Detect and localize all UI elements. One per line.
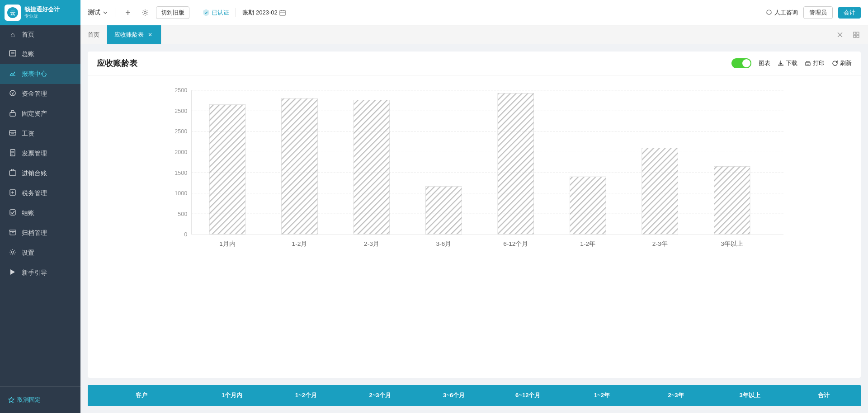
svg-rect-30 (280, 10, 285, 15)
topbar-divider-1 (115, 8, 115, 17)
chart-toggle[interactable] (731, 58, 751, 68)
svg-text:1-2年: 1-2年 (580, 240, 595, 247)
archive-icon (8, 229, 17, 238)
svg-text:1-2月: 1-2月 (292, 240, 307, 247)
sidebar-item-assets[interactable]: 固定资产 (0, 104, 80, 124)
tab-close-btn[interactable]: ✕ (146, 31, 154, 38)
page-title: 应收账龄表 (97, 58, 137, 69)
svg-text:1500: 1500 (175, 170, 187, 176)
table-header-3-plus-year: 3年以上 (713, 385, 787, 406)
company-selector[interactable]: 测试 (88, 9, 108, 17)
sidebar-item-label: 设置 (22, 249, 34, 257)
sidebar-item-label: 总账 (22, 50, 34, 58)
svg-text:2000: 2000 (175, 149, 187, 155)
bar-2-3-year (642, 148, 678, 234)
wages-icon (8, 129, 17, 138)
content-area: 应收账龄表 图表 下载 打印 刷新 (80, 44, 868, 413)
table-header-customer: 客户 (88, 385, 195, 406)
tab-home[interactable]: 首页 (80, 25, 107, 44)
period-label: 账期 (242, 9, 254, 17)
chart-container: 2500 2500 2500 2000 1500 1000 500 0 (88, 75, 861, 270)
consult-btn[interactable]: 人工咨询 (765, 9, 798, 17)
download-btn[interactable]: 下载 (778, 59, 797, 67)
download-icon (778, 60, 784, 66)
page-panel: 应收账龄表 图表 下载 打印 刷新 (88, 52, 861, 378)
sidebar-item-stock[interactable]: 进销台账 (0, 164, 80, 183)
app-logo-icon: 云 (5, 5, 21, 21)
sidebar-bottom: 取消固定 (0, 386, 80, 413)
svg-text:¥: ¥ (11, 91, 14, 96)
sidebar-item-wages[interactable]: 工资 (0, 124, 80, 144)
period-value: 2023-02 (256, 9, 278, 16)
refresh-btn[interactable]: 刷新 (832, 59, 852, 67)
page-header-actions: 图表 下载 打印 刷新 (731, 58, 852, 68)
svg-text:3-6月: 3-6月 (436, 240, 451, 247)
table-header-1month: 1个月内 (195, 385, 269, 406)
sidebar-item-tax[interactable]: 税务管理 (0, 183, 80, 203)
old-version-btn[interactable]: 切到旧版 (156, 6, 189, 19)
close-panel-btn[interactable] (834, 28, 846, 41)
sidebar-item-archive[interactable]: 归档管理 (0, 223, 80, 243)
svg-rect-39 (854, 35, 856, 38)
refresh-icon (832, 60, 838, 66)
svg-rect-22 (10, 231, 15, 235)
table-header-2-3year: 2~3年 (639, 385, 713, 406)
reports-icon (8, 70, 17, 79)
svg-text:500: 500 (178, 211, 187, 217)
sidebar-item-label: 资金管理 (22, 90, 47, 98)
table-header-1-2month: 1~2个月 (269, 385, 343, 406)
consult-label: 人工咨询 (774, 9, 798, 17)
topbar: 测试 切到旧版 已认证 账期 2023-02 人工咨询 管理员 (80, 0, 868, 25)
settings-icon (8, 249, 17, 258)
table-header-3-6month: 3~6个月 (417, 385, 491, 406)
print-btn[interactable]: 打印 (805, 59, 825, 67)
print-icon (805, 60, 811, 66)
dropdown-icon (102, 9, 108, 16)
tab-aging[interactable]: 应收账龄表 ✕ (107, 25, 161, 44)
settings-btn[interactable] (139, 6, 151, 19)
tab-aging-label: 应收账龄表 (114, 31, 144, 39)
home-icon: ⌂ (8, 31, 17, 39)
main-area: 测试 切到旧版 已认证 账期 2023-02 人工咨询 管理员 (80, 0, 868, 413)
bar-1-month (209, 105, 245, 235)
sidebar-item-settle[interactable]: 结账 (0, 203, 80, 223)
add-company-btn[interactable] (122, 6, 134, 19)
sidebar-item-guide[interactable]: 新手引导 (0, 263, 80, 283)
svg-text:云: 云 (10, 10, 15, 16)
svg-text:2-3月: 2-3月 (364, 240, 379, 247)
sidebar-item-reports[interactable]: 报表中心 (0, 64, 80, 84)
bar-6-12-month (498, 94, 534, 235)
bar-1-2-year (570, 177, 606, 235)
sidebar: 云 畅捷通好会计 专业版 ⌂ 首页 总账 报表中心 ¥ (0, 0, 80, 413)
sidebar-item-ledger[interactable]: 总账 (0, 44, 80, 64)
svg-rect-41 (778, 65, 783, 66)
sidebar-item-label: 报表中心 (22, 70, 47, 78)
cancel-fixed-btn[interactable]: 取消固定 (0, 391, 80, 408)
sidebar-item-label: 归档管理 (22, 229, 47, 237)
headset-icon (765, 9, 773, 16)
sidebar-item-home[interactable]: ⌂ 首页 (0, 25, 80, 44)
download-label: 下载 (786, 59, 797, 67)
settle-icon (8, 209, 17, 218)
svg-point-34 (767, 10, 771, 14)
svg-text:0: 0 (184, 231, 187, 238)
accounting-btn[interactable]: 会计 (838, 7, 861, 19)
sidebar-item-invoices[interactable]: 发票管理 (0, 144, 80, 164)
svg-point-29 (144, 11, 146, 14)
svg-text:1000: 1000 (175, 190, 187, 197)
chart-toggle-label: 图表 (759, 59, 770, 67)
sidebar-item-funds[interactable]: ¥ 资金管理 (0, 84, 80, 104)
sidebar-item-settings[interactable]: 设置 (0, 243, 80, 263)
stock-icon (8, 169, 17, 178)
sidebar-item-label: 税务管理 (22, 189, 47, 197)
expand-btn[interactable] (850, 28, 863, 41)
svg-rect-20 (10, 210, 15, 215)
table-header-total: 合计 (787, 385, 861, 406)
funds-icon: ¥ (8, 89, 17, 99)
calendar-icon[interactable] (279, 9, 286, 16)
svg-marker-26 (9, 397, 14, 403)
svg-rect-38 (857, 32, 859, 34)
user-btn[interactable]: 管理员 (803, 6, 833, 19)
sidebar-item-label: 新手引导 (22, 269, 47, 277)
svg-marker-25 (10, 269, 15, 275)
